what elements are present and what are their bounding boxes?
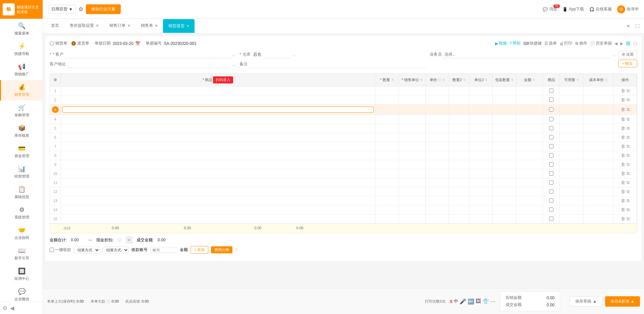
row-copy-5[interactable]: ⧉ <box>627 126 630 131</box>
unit2-cell-8[interactable] <box>469 151 493 160</box>
gift-cell-8[interactable] <box>543 151 560 160</box>
pack-cell-6[interactable] <box>493 133 516 142</box>
unit-cell-1[interactable] <box>399 86 426 96</box>
cost-cell-15[interactable] <box>583 214 613 224</box>
qty-cell-5[interactable] <box>375 124 399 133</box>
row-delete-13[interactable]: 🗑 <box>621 198 625 203</box>
qty2-cell-13[interactable] <box>449 196 469 205</box>
tab-close-1[interactable]: ✕ <box>96 24 99 27</box>
product-cell-1[interactable] <box>61 86 375 96</box>
row-delete-6[interactable]: 🗑 <box>621 135 625 140</box>
price-cell-15[interactable] <box>426 214 449 224</box>
gift-cell-5[interactable] <box>543 124 560 133</box>
product-cell-5[interactable] <box>61 124 375 133</box>
amount-cell-5[interactable] <box>516 124 543 133</box>
unit2-cell-4[interactable] <box>469 115 493 124</box>
translate-icon[interactable]: 🔤 <box>468 298 474 305</box>
save-draft-button[interactable]: 保存草稿 ▲ <box>570 296 602 307</box>
amount-cell-15[interactable] <box>516 214 543 224</box>
experience-button[interactable]: 体验行业方案 <box>86 4 121 14</box>
col-settings[interactable]: ⚙ <box>50 74 61 86</box>
avail-cell-6[interactable] <box>560 133 583 142</box>
qty2-cell-8[interactable] <box>449 151 469 160</box>
pack-cell-15[interactable] <box>493 214 516 224</box>
amount-cell-8[interactable] <box>516 151 543 160</box>
row-copy-1[interactable]: ⧉ <box>627 88 630 93</box>
sidebar-item-8[interactable]: 📋基础信息 <box>0 182 43 203</box>
amount-cell-4[interactable] <box>516 115 543 124</box>
tab-expand[interactable]: ⛶ <box>633 23 641 29</box>
price-cell-11[interactable] <box>426 178 449 187</box>
unit2-cell-1[interactable] <box>469 86 493 96</box>
sidebar-settings-icon[interactable]: ⚙ <box>3 305 7 311</box>
topbar-gear-icon[interactable]: ⚙ <box>78 6 83 12</box>
avail-cell-15[interactable] <box>560 214 583 224</box>
user-info[interactable]: 徐 徐泽华 <box>617 5 639 13</box>
gift-cell-4[interactable] <box>543 115 560 124</box>
pack-cell-14[interactable] <box>493 205 516 214</box>
gift-check-9[interactable] <box>549 162 553 167</box>
price-sort[interactable]: ⇅ <box>442 78 445 81</box>
price-cell-12[interactable] <box>426 187 449 196</box>
avail-cell-9[interactable] <box>560 160 583 169</box>
unit2-cell-3[interactable] <box>469 105 493 115</box>
unit2-cell-5[interactable] <box>469 124 493 133</box>
avail-sort[interactable]: ⇅ <box>577 78 579 81</box>
add-row-btn[interactable]: + <box>52 106 59 113</box>
history-btn[interactable]: 📄 历史单据 <box>590 41 612 46</box>
online-service[interactable]: 🎧 在线客服 <box>589 6 612 12</box>
row-delete-10[interactable]: 🗑 <box>621 171 625 176</box>
gift-cell-9[interactable] <box>543 160 560 169</box>
gift-cell-2[interactable] <box>543 96 560 105</box>
qty2-cell-5[interactable] <box>449 124 469 133</box>
list-view-icon[interactable]: ⊞ <box>626 40 630 47</box>
app-download[interactable]: 📱 App下载 <box>562 6 584 12</box>
qty2-cell-6[interactable] <box>449 133 469 142</box>
img-icon[interactable]: 🖼 <box>476 298 481 304</box>
sidebar-item-1[interactable]: ⚡快捷导航 <box>0 39 43 60</box>
account-input[interactable] <box>150 247 177 253</box>
row-copy-4[interactable]: ⧉ <box>627 117 630 122</box>
row-delete-15[interactable]: 🗑 <box>621 216 625 222</box>
zh-icon[interactable]: 中 <box>454 298 458 304</box>
unit2-cell-15[interactable] <box>469 214 493 224</box>
cost-cell-11[interactable] <box>583 178 613 187</box>
equals-btn[interactable]: = <box>126 237 132 243</box>
amount-cell-3[interactable] <box>516 105 543 115</box>
unit-cell-14[interactable] <box>399 205 426 214</box>
setting-button[interactable]: ⚙ 设置 <box>618 51 637 58</box>
qty-cell-2[interactable] <box>375 96 399 105</box>
gift-check-8[interactable] <box>549 153 553 158</box>
unit-cell-7[interactable] <box>399 142 426 151</box>
gift-cell-1[interactable] <box>543 86 560 96</box>
sidebar-item-6[interactable]: 💳资金管理 <box>0 141 43 162</box>
avail-cell-3[interactable] <box>560 105 583 115</box>
row-delete-5[interactable]: 🗑 <box>621 126 625 131</box>
row-delete-2[interactable]: 🗑 <box>621 97 625 103</box>
mic-icon[interactable]: 🎤 <box>460 298 466 305</box>
row-copy-15[interactable]: ⧉ <box>627 216 630 222</box>
unit-cell-10[interactable] <box>399 169 426 178</box>
row-copy-3[interactable]: ⧉ <box>627 107 630 112</box>
gift-cell-7[interactable] <box>543 142 560 151</box>
qty-sort[interactable]: ⇅ <box>391 78 394 81</box>
warehouse-select-btn[interactable]: ... <box>292 52 296 57</box>
sidebar-item-7[interactable]: 📊经营管理 <box>0 162 43 182</box>
pack-sort[interactable]: ⇅ <box>511 78 514 81</box>
qty2-sort[interactable]: ⇅ <box>463 78 466 81</box>
unit-cell-3[interactable] <box>399 105 426 115</box>
avail-cell-5[interactable] <box>560 124 583 133</box>
sidebar-item-9[interactable]: ⚙系统管理 <box>0 203 43 223</box>
amount-cell-10[interactable] <box>516 169 543 178</box>
unit2-sort[interactable]: ⇅ <box>485 78 487 81</box>
sale-radio[interactable]: 销货单 <box>50 41 67 46</box>
qty-cell-3[interactable] <box>375 105 399 115</box>
avail-cell-13[interactable] <box>560 196 583 205</box>
unit-cell-4[interactable] <box>399 115 426 124</box>
row-delete-3[interactable]: 🗑 <box>621 107 625 112</box>
cost-cell-10[interactable] <box>583 169 613 178</box>
discount-info-icon[interactable]: ⓘ <box>118 237 122 243</box>
gift-cell-13[interactable] <box>543 196 560 205</box>
row-delete-9[interactable]: 🗑 <box>621 162 625 167</box>
qty2-cell-3[interactable] <box>449 105 469 115</box>
